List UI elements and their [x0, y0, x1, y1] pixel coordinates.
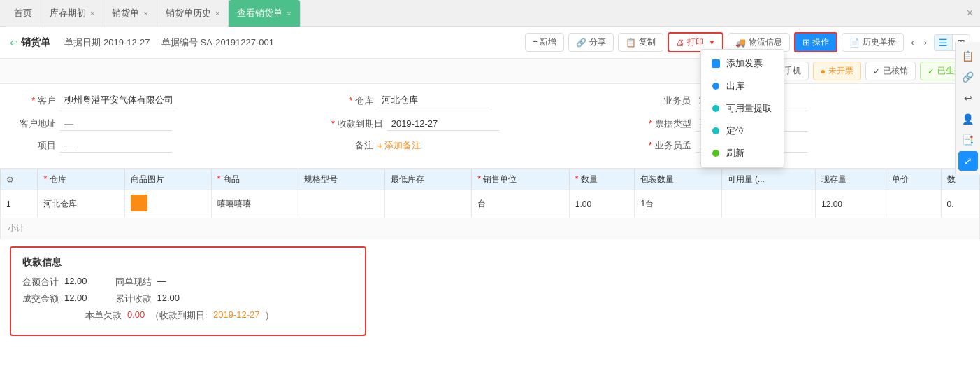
- transaction-amount-value: 12.00: [64, 293, 87, 305]
- history-button[interactable]: 📄 历史单据: [842, 33, 904, 52]
- tab-bar: 首页 库存期初 × 销货单 × 销货单历史 × 查看销货单 × ×: [0, 0, 980, 27]
- tab-inventory-init-close[interactable]: ×: [90, 9, 94, 17]
- col-unit-price: 单价: [886, 169, 941, 190]
- payment-row-2: 成交金额 12.00 累计收款 12.00: [22, 293, 354, 305]
- tab-sales-history[interactable]: 销货单历史 ×: [157, 0, 229, 27]
- project-value[interactable]: —: [60, 139, 172, 153]
- confirm-icon: ✓: [873, 66, 880, 76]
- tab-view-sales-close[interactable]: ×: [287, 9, 291, 17]
- add-invoice-label: 添加发票: [726, 57, 763, 70]
- global-close-icon[interactable]: ×: [967, 7, 973, 20]
- refresh-icon: [711, 148, 721, 158]
- sales-staff-label: 业务员孟: [649, 139, 691, 152]
- right-icon-2[interactable]: 🔗: [958, 67, 978, 87]
- note-field: 备注 添加备注: [331, 139, 649, 152]
- col-warehouse: 仓库: [38, 169, 124, 190]
- address-label: 客户地址: [14, 118, 56, 130]
- right-icon-1[interactable]: 📋: [958, 46, 978, 66]
- print-dropdown-arrow: ▼: [708, 38, 715, 46]
- cell-available: [721, 190, 815, 218]
- subtotal-row: 小计: [1, 218, 980, 239]
- refresh-label: 刷新: [726, 147, 744, 160]
- locate-icon: [711, 126, 721, 136]
- ticket-type-field: 票据类型 不开票: [649, 115, 966, 132]
- address-value[interactable]: —: [60, 117, 172, 131]
- active-icon: ✓: [928, 66, 935, 76]
- right-icon-5[interactable]: 📑: [958, 130, 978, 150]
- right-icon-6[interactable]: ⤢: [958, 151, 978, 171]
- dropdown-refresh[interactable]: 刷新: [701, 142, 784, 164]
- customer-label: 客户: [14, 94, 56, 107]
- outstanding-label: 本单欠款: [85, 309, 122, 322]
- staff-field: 业务员 演示账号: [649, 92, 966, 108]
- payment-date-value[interactable]: 2019-12-27: [387, 117, 499, 131]
- col-package-qty: 包装数量: [635, 169, 721, 190]
- right-icon-4[interactable]: 👤: [958, 109, 978, 129]
- not-open-button[interactable]: ● 未开票: [813, 62, 861, 80]
- cell-product-img: [124, 190, 211, 218]
- tab-sales-order[interactable]: 销货单 ×: [103, 0, 157, 27]
- table-section: ⚙ 仓库 商品图片 商品 规格型号 最低库存 销售单位 数量 包装数量 可用量 …: [0, 169, 980, 239]
- cumulative-payment-value: 12.00: [157, 293, 180, 305]
- copy-button[interactable]: 📋 复制: [618, 33, 663, 52]
- cumulative-payment-field: 累计收款 12.00: [115, 293, 180, 305]
- dropdown-locate[interactable]: 定位: [701, 120, 784, 142]
- doc-header: ↩ 销货单 单据日期 2019-12-27 单据编号 SA-20191227-0…: [0, 27, 980, 59]
- cell-product[interactable]: 嘻嘻嘻嘻: [211, 190, 298, 218]
- same-order-field: 同单现结 —: [115, 276, 166, 288]
- sales-staff-field: 业务员孟 —: [649, 139, 966, 153]
- ticket-icon: ●: [821, 66, 826, 76]
- confirm-button[interactable]: ✓ 已核销: [865, 62, 916, 80]
- total-amount-value: 12.00: [64, 276, 87, 288]
- cell-unit-price: [886, 190, 941, 218]
- new-button[interactable]: + 新增: [525, 33, 564, 52]
- operations-button[interactable]: ⊞ 操作: [794, 32, 837, 52]
- dropdown-add-invoice[interactable]: 添加发票: [701, 52, 784, 75]
- col-product-img: 商品图片: [124, 169, 211, 190]
- tab-sales-order-close[interactable]: ×: [143, 9, 147, 17]
- prev-arrow[interactable]: ‹: [908, 36, 916, 49]
- payment-info-box: 收款信息 金额合计 12.00 同单现结 — 成交金额 12.00 累计收款: [10, 246, 366, 336]
- customer-field: 客户 柳州粤港平安气体有限公司: [14, 92, 331, 108]
- outstanding-value: 0.00: [127, 309, 145, 322]
- right-panel: 📋 🔗 ↩ 👤 📑 ⤢: [955, 42, 980, 175]
- operations-grid-icon: ⊞: [802, 37, 810, 48]
- product-image: [131, 195, 147, 211]
- payment-date-field: 收款到期日 2019-12-27: [331, 117, 649, 131]
- add-note-button[interactable]: 添加备注: [377, 139, 421, 152]
- subtotal-label: 小计: [1, 218, 980, 239]
- cell-current-stock: 12.00: [816, 190, 886, 218]
- staff-label: 业务员: [649, 94, 691, 107]
- add-invoice-icon: [711, 59, 721, 69]
- table-row: 1 河北仓库 嘻嘻嘻嘻 台 1.00 1台 12.00: [1, 190, 980, 218]
- due-date-value: 2019-12-27: [213, 309, 260, 322]
- tab-view-sales-label: 查看销货单: [237, 7, 282, 20]
- note-label: 备注: [331, 139, 373, 152]
- cell-quantity: 1.00: [569, 190, 635, 218]
- customer-value[interactable]: 柳州粤港平安气体有限公司: [60, 92, 178, 108]
- tab-sales-order-label: 销货单: [112, 7, 139, 20]
- ticket-type-label: 票据类型: [649, 118, 691, 130]
- col-available: 可用量 (...: [721, 169, 815, 190]
- warehouse-value[interactable]: 河北仓库: [377, 92, 489, 108]
- tab-view-sales[interactable]: 查看销货单 ×: [229, 0, 300, 27]
- doc-type-icon: ↩: [10, 37, 18, 48]
- dropdown-available-qty[interactable]: 可用量提取: [701, 97, 784, 120]
- dropdown-outbound[interactable]: 出库: [701, 75, 784, 97]
- tab-sales-history-close[interactable]: ×: [215, 9, 219, 17]
- col-min-stock: 最低库存: [385, 169, 472, 190]
- status-bar: 📱 来自手机 ● 未开票 ✓ 已核销 ✓ 已生效: [0, 59, 980, 84]
- tab-inventory-init[interactable]: 库存期初 ×: [41, 0, 103, 27]
- right-icon-3[interactable]: ↩: [958, 88, 978, 108]
- col-product: 商品: [211, 169, 298, 190]
- print-icon: 🖨: [676, 38, 684, 48]
- project-field: 项目 —: [14, 139, 331, 153]
- share-button[interactable]: 🔗 分享: [568, 33, 614, 52]
- tab-inventory-init-label: 库存期初: [50, 7, 86, 20]
- next-arrow[interactable]: ›: [921, 36, 930, 49]
- list-view-icon[interactable]: ☰: [935, 35, 953, 50]
- doc-number: 单据编号 SA-20191227-001: [161, 36, 275, 49]
- settings-icon[interactable]: ⚙: [6, 175, 14, 185]
- form-row-3: 项目 — 备注 添加备注 业务员孟 —: [14, 139, 966, 153]
- tab-home[interactable]: 首页: [6, 0, 41, 27]
